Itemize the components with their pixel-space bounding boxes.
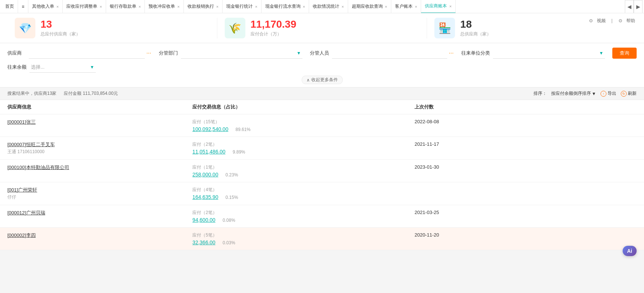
nav-tab-prepay-ar-close[interactable]: × bbox=[177, 4, 179, 9]
nav-arrows: ◀ ▶ bbox=[625, 0, 643, 13]
video-link[interactable]: 视频 bbox=[597, 18, 606, 23]
supplier-link-2[interactable]: [000007]恒旺二手叉车 bbox=[7, 141, 192, 148]
top-right-links: ⊙ 视频 ｜ ⊙ 帮助 bbox=[588, 18, 637, 24]
nav-tab-ar-ap-adjust[interactable]: 应收应付调整单 × bbox=[63, 0, 106, 13]
transaction-pct-6: 0.03% bbox=[223, 240, 235, 245]
collapse-row: ∧ 收起更多条件 bbox=[7, 76, 637, 84]
filter-item-category: 往来单位分类 ▼ bbox=[461, 48, 605, 59]
supplier-link-4[interactable]: [001]广州荣轩 bbox=[7, 187, 192, 193]
supplier-link-3[interactable]: [000100]本特勤油品有限公司 bbox=[7, 164, 192, 171]
transaction-amount-2[interactable]: 11,051,486.00 bbox=[192, 149, 225, 155]
nav-tab-supplier-ledger-close[interactable]: × bbox=[449, 4, 451, 8]
stat-icon-diamond: 💎 bbox=[15, 18, 35, 38]
nav-tab-bank-deposit[interactable]: 银行存取款单 × bbox=[106, 0, 145, 13]
col-header-extra bbox=[563, 104, 637, 110]
nav-tab-cash-bank-flow-close[interactable]: × bbox=[303, 4, 305, 9]
supplier-link-1[interactable]: [000001]张三 bbox=[7, 119, 192, 125]
nav-tab-menu[interactable]: ≡ bbox=[18, 0, 28, 13]
export-button[interactable]: ↑ 导出 bbox=[601, 90, 616, 97]
nav-tab-cash-bank-stat-close[interactable]: × bbox=[255, 4, 257, 9]
supplier-link-5[interactable]: [000012]广州贝瑞 bbox=[7, 210, 192, 216]
transaction-amount-3[interactable]: 258,000.00 bbox=[192, 172, 218, 177]
filter-label-balance: 往来余额 bbox=[7, 64, 27, 70]
nav-tab-receipt-verify[interactable]: 收款核销执行 × bbox=[184, 0, 223, 13]
filter-item-balance: 往来余额 选择... ▼ bbox=[7, 62, 118, 73]
results-summary-1: 搜索结果中，供应商13家 bbox=[7, 90, 56, 97]
nav-tab-other-income[interactable]: 其他收入单 × bbox=[28, 0, 63, 13]
nav-tab-home[interactable]: 首页 bbox=[1, 0, 18, 13]
ai-badge[interactable]: Ai bbox=[623, 246, 637, 250]
video-icon: ⊙ bbox=[589, 18, 593, 23]
filter-label-category: 往来单位分类 bbox=[461, 50, 490, 56]
dept-select[interactable]: ▼ bbox=[181, 48, 303, 59]
transaction-label-4: 应付（4笔） bbox=[192, 187, 414, 193]
refresh-label: 刷新 bbox=[628, 90, 637, 97]
nav-tab-overdue-ar[interactable]: 超期应收款查询 × bbox=[348, 0, 391, 13]
transaction-amount-6[interactable]: 32,366.00 bbox=[192, 239, 215, 245]
col-header-supplier: 供应商信息 bbox=[7, 104, 192, 110]
supplier-link-6[interactable]: [000002]李四 bbox=[7, 232, 192, 239]
balance-select[interactable]: 选择... ▼ bbox=[29, 62, 96, 73]
nav-tab-other-income-close[interactable]: × bbox=[56, 4, 59, 9]
filter-row-2: 往来余额 选择... ▼ bbox=[7, 62, 637, 73]
nav-tab-receipt-verify-close[interactable]: × bbox=[216, 4, 218, 9]
nav-tab-receipt-stat[interactable]: 收款情况统计 × bbox=[309, 0, 348, 13]
nav-tab-customer-ledger[interactable]: 客户账本 × bbox=[391, 0, 421, 13]
supplier-input[interactable] bbox=[29, 48, 145, 59]
search-button[interactable]: 查询 bbox=[612, 48, 637, 59]
nav-tab-receipt-stat-close[interactable]: × bbox=[342, 4, 344, 9]
results-actions: 排序： 按应付余额倒序排序 ▼ ↑ 导出 ↻ 刷新 bbox=[533, 90, 637, 97]
person-input[interactable] bbox=[332, 48, 447, 59]
results-bar: 搜索结果中，供应商13家 应付金额 111,703,854.00元 排序： 按应… bbox=[0, 87, 644, 100]
top-navigation: 首页 ≡ 其他收入单 × 应收应付调整单 × 银行存取款单 × 预收冲应收单 ×… bbox=[0, 0, 644, 13]
export-icon: ↑ bbox=[601, 91, 606, 97]
transaction-pct-2: 9.89% bbox=[233, 149, 245, 155]
nav-tab-customer-ledger-close[interactable]: × bbox=[415, 4, 417, 9]
nav-tab-overdue-ar-close[interactable]: × bbox=[385, 4, 387, 9]
nav-tab-cash-bank-flow[interactable]: 现金银行流水查询 × bbox=[262, 0, 309, 13]
supplier-info-1: [000001]张三 bbox=[7, 119, 192, 125]
category-select[interactable]: ▼ bbox=[493, 48, 605, 59]
stat-label-3: 总供应商（家） bbox=[460, 31, 491, 37]
nav-tab-bank-deposit-close[interactable]: × bbox=[139, 4, 141, 9]
stat-label-2: 应付合计（万） bbox=[251, 31, 297, 37]
sort-select[interactable]: 按应付余额倒序排序 ▼ bbox=[551, 90, 596, 97]
nav-tab-ar-ap-adjust-close[interactable]: × bbox=[99, 4, 102, 9]
category-select-arrow-icon: ▼ bbox=[599, 51, 603, 56]
table-row: [000002]李四 应付（5笔） 32,366.00 0.03% 2020-1… bbox=[0, 228, 644, 250]
nav-tab-receipt-stat-label: 收款情况统计 bbox=[313, 3, 339, 10]
balance-select-text: 选择... bbox=[31, 64, 90, 70]
transaction-amount-1[interactable]: 100,092,540.00 bbox=[192, 126, 228, 132]
nav-arrow-left[interactable]: ◀ bbox=[625, 0, 634, 13]
nav-tab-customer-ledger-label: 客户账本 bbox=[395, 3, 413, 10]
nav-tab-cash-bank-flow-label: 现金银行流水查询 bbox=[265, 3, 301, 10]
stat-number-3: 18 bbox=[460, 19, 491, 30]
transaction-amount-4[interactable]: 164,635.90 bbox=[192, 194, 218, 200]
transaction-info-5: 应付（2笔） 94,600.00 0.08% bbox=[192, 210, 414, 223]
sort-label: 排序： bbox=[533, 90, 547, 97]
nav-tab-supplier-ledger[interactable]: 供应商账本 × bbox=[421, 0, 455, 13]
last-payment-date-6: 2020-11-20 bbox=[414, 232, 439, 238]
last-payment-date-1: 2022-08-08 bbox=[414, 119, 439, 124]
collapse-button[interactable]: ∧ 收起更多条件 bbox=[302, 76, 343, 84]
transaction-label-1: 应付（15笔） bbox=[192, 119, 414, 125]
stat-content-3: 18 总供应商（家） bbox=[460, 19, 491, 37]
supplier-dots-icon[interactable]: ··· bbox=[146, 50, 151, 56]
nav-tab-cash-bank-stat[interactable]: 现金银行统计 × bbox=[223, 0, 261, 13]
refresh-button[interactable]: ↻ 刷新 bbox=[621, 90, 637, 97]
person-dots-icon[interactable]: ··· bbox=[449, 50, 454, 56]
nav-tab-other-income-label: 其他收入单 bbox=[32, 3, 54, 10]
supplier-info-2: [000007]恒旺二手叉车 王通 17106110000 bbox=[7, 141, 192, 155]
transaction-pct-1: 89.61% bbox=[235, 127, 251, 132]
supplier-sub-4: 仔仔 bbox=[7, 194, 192, 200]
transaction-amount-5[interactable]: 94,600.00 bbox=[192, 217, 215, 223]
supplier-info-3: [000100]本特勤油品有限公司 bbox=[7, 164, 192, 171]
transaction-label-2: 应付（2笔） bbox=[192, 141, 414, 148]
nav-tab-prepay-ar[interactable]: 预收冲应收单 × bbox=[145, 0, 183, 13]
help-link[interactable]: 帮助 bbox=[626, 18, 635, 23]
transaction-info-1: 应付（15笔） 100,092,540.00 89.61% bbox=[192, 119, 414, 132]
stat-item-payable-total: 🌾 11,170.39 应付合计（万） bbox=[217, 18, 427, 38]
supplier-sub-2: 王通 17106110000 bbox=[7, 149, 192, 155]
nav-arrow-right[interactable]: ▶ bbox=[634, 0, 643, 13]
transaction-info-3: 应付（1笔） 258,000.00 0.23% bbox=[192, 164, 414, 177]
